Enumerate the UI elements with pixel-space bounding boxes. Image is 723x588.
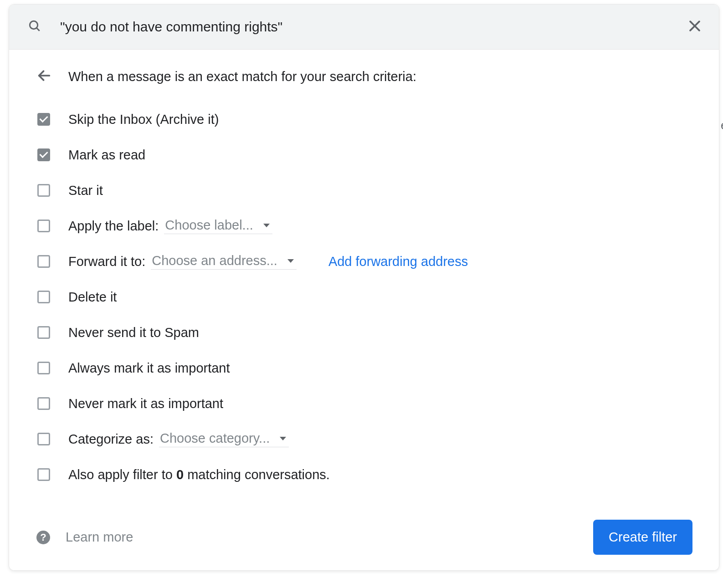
option-mark-read: Mark as read	[36, 137, 692, 173]
back-arrow-icon[interactable]	[36, 68, 52, 85]
dropdown-choose-address-text: Choose an address...	[152, 253, 277, 268]
add-forwarding-address-link[interactable]: Add forwarding address	[328, 254, 468, 269]
checkbox-apply-label[interactable]	[37, 220, 50, 232]
also-apply-suffix: matching conversations.	[184, 467, 330, 482]
option-categorize: Categorize as: Choose category...	[36, 421, 692, 457]
also-apply-prefix: Also apply filter to	[68, 467, 176, 482]
search-icon	[27, 19, 42, 35]
checkbox-mark-read[interactable]	[37, 148, 50, 161]
create-filter-button[interactable]: Create filter	[593, 520, 692, 555]
heading-row: When a message is an exact match for you…	[36, 68, 692, 85]
checkbox-delete[interactable]	[37, 291, 50, 303]
label-never-important: Never mark it as important	[68, 396, 223, 411]
label-apply-label: Apply the label:	[68, 219, 159, 234]
svg-line-1	[36, 28, 39, 31]
checkbox-always-important[interactable]	[37, 362, 50, 374]
dropdown-choose-label-text: Choose label...	[165, 218, 253, 233]
option-delete: Delete it	[36, 279, 692, 315]
option-also-apply: Also apply filter to 0 matching conversa…	[36, 457, 692, 492]
label-delete: Delete it	[68, 290, 117, 305]
label-also-apply: Also apply filter to 0 matching conversa…	[68, 467, 330, 482]
label-mark-read: Mark as read	[68, 148, 145, 163]
matching-count: 0	[176, 467, 184, 482]
label-categorize: Categorize as:	[68, 432, 154, 447]
checkbox-also-apply[interactable]	[37, 468, 50, 481]
dropdown-choose-category[interactable]: Choose category...	[159, 431, 289, 447]
dropdown-choose-label[interactable]: Choose label...	[164, 218, 272, 234]
label-skip-inbox: Skip the Inbox (Archive it)	[68, 112, 219, 127]
label-never-spam: Never send it to Spam	[68, 325, 199, 340]
checkbox-categorize[interactable]	[37, 433, 50, 445]
background-text-fragment: es	[721, 118, 723, 133]
checkbox-never-important[interactable]	[37, 397, 50, 410]
option-forward: Forward it to: Choose an address... Add …	[36, 244, 692, 279]
close-icon[interactable]	[684, 15, 705, 38]
dropdown-choose-category-text: Choose category...	[160, 431, 270, 446]
dropdown-choose-address[interactable]: Choose an address...	[151, 253, 297, 270]
label-forward: Forward it to:	[68, 254, 145, 269]
svg-point-0	[30, 21, 37, 29]
chevron-down-icon	[263, 224, 270, 227]
filter-dialog: "you do not have commenting rights" When…	[9, 4, 719, 571]
checkbox-star[interactable]	[37, 184, 50, 197]
option-always-important: Always mark it as important	[36, 350, 692, 386]
learn-more-link[interactable]: Learn more	[66, 530, 133, 545]
learn-more-group: ? Learn more	[36, 530, 133, 545]
option-apply-label: Apply the label: Choose label...	[36, 208, 692, 244]
option-star: Star it	[36, 173, 692, 208]
panel-heading: When a message is an exact match for you…	[68, 69, 416, 84]
search-query-text[interactable]: "you do not have commenting rights"	[60, 19, 684, 35]
chevron-down-icon	[280, 437, 286, 440]
search-bar[interactable]: "you do not have commenting rights"	[9, 5, 719, 49]
option-skip-inbox: Skip the Inbox (Archive it)	[36, 102, 692, 137]
option-never-spam: Never send it to Spam	[36, 315, 692, 350]
option-never-important: Never mark it as important	[36, 386, 692, 421]
label-always-important: Always mark it as important	[68, 361, 230, 376]
chevron-down-icon	[287, 259, 294, 263]
filter-options-panel: When a message is an exact match for you…	[9, 49, 719, 570]
checkbox-never-spam[interactable]	[37, 326, 50, 339]
help-icon[interactable]: ?	[36, 531, 50, 544]
checkbox-forward[interactable]	[37, 255, 50, 268]
footer-row: ? Learn more Create filter	[36, 520, 692, 555]
label-star: Star it	[68, 183, 103, 198]
checkbox-skip-inbox[interactable]	[37, 113, 50, 126]
